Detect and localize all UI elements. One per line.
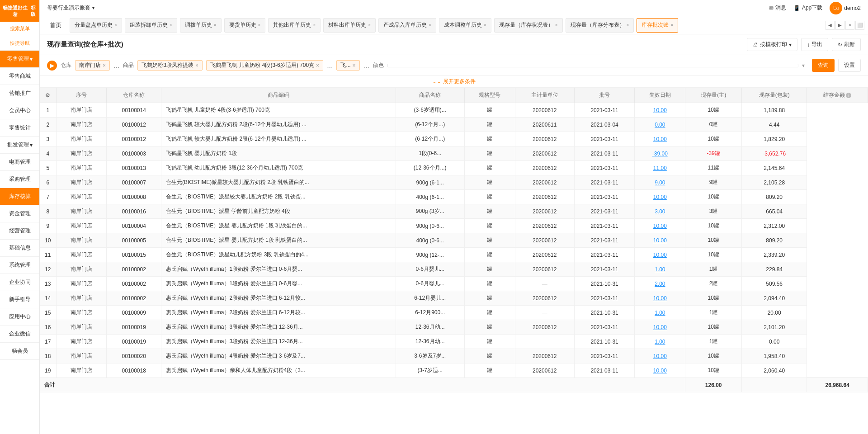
tab-scroll-right[interactable]: ▶: [835, 21, 844, 30]
cell-stock-main[interactable]: 1.00: [635, 262, 685, 277]
tab-close-icon[interactable]: ×: [627, 23, 629, 28]
tab-close-icon[interactable]: ×: [258, 23, 261, 28]
product-extra-dots[interactable]: ...: [363, 61, 369, 70]
cell-stock-main[interactable]: 3.00: [635, 204, 685, 219]
sidebar-item-purchase[interactable]: 采购管理: [0, 171, 39, 188]
cell-stock-main[interactable]: 9.00: [635, 175, 685, 190]
product-filter-tag-2[interactable]: 飞鹤星飞帆 儿童奶粉 4段(3-6岁适用) 700克 ×: [206, 60, 323, 71]
sidebar-item-ecommerce[interactable]: 电商管理: [0, 154, 39, 171]
cell-stock-main[interactable]: 10.00: [635, 219, 685, 233]
sidebar-item-marketing[interactable]: 营销推广: [0, 85, 39, 102]
sidebar-quick-nav[interactable]: 快捷导航: [0, 36, 39, 51]
cell-stock-main[interactable]: 10.00: [635, 320, 685, 335]
cell-stock-main[interactable]: 0.00: [635, 118, 685, 132]
dropdown-arrow-icon[interactable]: ▾: [802, 62, 805, 69]
cell-stock-main[interactable]: -39.00: [635, 146, 685, 161]
sidebar-item-guide[interactable]: 新手引导: [0, 291, 39, 308]
sidebar-item-retail-mgmt[interactable]: 零售管理▾: [0, 51, 39, 68]
cell-product-code: 00100015: [107, 248, 161, 262]
user-menu[interactable]: Ea demo2: [830, 2, 861, 14]
cell-stock-main[interactable]: 10.00: [635, 248, 685, 262]
sidebar-item-retail-stats[interactable]: 零售统计: [0, 119, 39, 137]
tab-inventory-status[interactable]: 现存量（库存状况表） ×: [494, 18, 563, 33]
sidebar-item-member-points[interactable]: 畅会员: [0, 343, 39, 360]
tab-close-all[interactable]: ×: [845, 21, 854, 30]
tag-close-icon[interactable]: ×: [316, 62, 319, 69]
tab-close-icon[interactable]: ×: [670, 23, 673, 28]
tab-close-icon[interactable]: ×: [555, 23, 558, 28]
warehouse-more-dots[interactable]: ...: [113, 61, 119, 70]
tab-other-out[interactable]: 其他出库单历史 ×: [268, 18, 321, 33]
sidebar-item-basics[interactable]: 基础信息: [0, 240, 39, 257]
cell-stock-main[interactable]: 11.00: [635, 161, 685, 175]
cell-stock-main[interactable]: 10.00: [635, 103, 685, 118]
export-button[interactable]: ↓ 导出: [801, 38, 828, 51]
tab-batch-bill[interactable]: 库存批次账 ×: [637, 18, 678, 33]
sidebar-item-finance[interactable]: 资金管理: [0, 205, 39, 222]
tag-close-icon[interactable]: ×: [103, 62, 106, 69]
tab-close-icon[interactable]: ×: [484, 23, 486, 28]
sidebar-item-member[interactable]: 会员中心: [0, 102, 39, 119]
tab-close-icon[interactable]: ×: [114, 23, 117, 28]
sidebar-item-app-center[interactable]: 应用中心: [0, 308, 39, 326]
tab-material-out[interactable]: 材料出库单历史 ×: [323, 18, 376, 33]
query-button[interactable]: 查询: [812, 59, 835, 72]
sidebar-item-wholesale[interactable]: 批发管理▾: [0, 137, 39, 154]
sidebar-item-enterprise-wechat[interactable]: 企业微信: [0, 326, 39, 343]
balance-info-icon[interactable]: i: [846, 93, 851, 98]
tab-split-inventory[interactable]: 分量盘点单历史 ×: [70, 18, 122, 33]
cell-stock-pkg: 3罐: [685, 204, 742, 219]
color-filter-input[interactable]: [387, 64, 798, 67]
tab-cost-adjust[interactable]: 成本调整单历史 ×: [439, 18, 491, 33]
tab-close-icon[interactable]: ×: [170, 23, 172, 28]
print-button[interactable]: 🖨 按模板打印 ▾: [747, 38, 797, 51]
product-filter-tag-1[interactable]: 飞鹤奶粉3段凤雅提装 ×: [137, 60, 203, 71]
tab-scroll-left[interactable]: ◀: [826, 21, 835, 30]
cell-stock-main[interactable]: 1.00: [635, 306, 685, 320]
cell-stock-main[interactable]: 10.00: [635, 291, 685, 306]
tab-close-icon[interactable]: ×: [368, 23, 371, 28]
cell-stock-main[interactable]: 10.00: [635, 132, 685, 146]
tag-close-icon[interactable]: ×: [352, 62, 355, 69]
tab-purchase-order[interactable]: 要货单历史 ×: [224, 18, 266, 33]
tab-disassemble[interactable]: 组装拆卸单历史 ×: [125, 18, 177, 33]
tab-close-icon[interactable]: ×: [429, 23, 431, 28]
tab-home[interactable]: 首页: [44, 16, 67, 34]
cell-stock-main[interactable]: 10.00: [635, 349, 685, 363]
sidebar-item-inventory[interactable]: 库存核算: [0, 188, 39, 205]
sidebar-item-system[interactable]: 系统管理: [0, 257, 39, 274]
cell-stock-main[interactable]: 1.00: [635, 335, 685, 349]
data-table-container: ⚙ 序号 仓库名称 商品编码 商品名称 规格型号 主计量单位 批号 失效日期 现…: [40, 88, 868, 434]
product-filter-more[interactable]: 飞... ×: [336, 60, 359, 71]
tab-mix-order[interactable]: 调拨单历史 ×: [180, 18, 222, 33]
cell-stock-main[interactable]: 10.00: [635, 363, 685, 378]
account-selector[interactable]: 母婴行业演示账套 ▾: [47, 4, 94, 12]
cell-stock-main[interactable]: 10.00: [635, 190, 685, 204]
cell-product-code: 00100016: [107, 204, 161, 219]
settings-button[interactable]: 设置: [838, 59, 861, 72]
app-download-button[interactable]: 📱 App下载: [793, 4, 822, 12]
expand-more-button[interactable]: ⌄⌄ 展开更多条件: [432, 78, 475, 85]
message-button[interactable]: ✉ 消息: [769, 4, 786, 12]
filter-expand-btn[interactable]: ▶: [47, 61, 57, 71]
sidebar-item-retail-shop[interactable]: 零售商城: [0, 68, 39, 85]
tab-close-icon[interactable]: ×: [214, 23, 217, 28]
cell-expire: 2021-03-11: [574, 320, 635, 335]
cell-stock-main[interactable]: 10.00: [635, 233, 685, 248]
product-more-dots[interactable]: ...: [327, 61, 333, 70]
cell-spec: 900g (12-...: [396, 248, 464, 262]
tab-close-icon[interactable]: ×: [313, 23, 316, 28]
tab-inventory-dist[interactable]: 现存量（库存分布表） ×: [566, 18, 634, 33]
cell-stock-main[interactable]: 2.00: [635, 277, 685, 291]
tag-close-icon[interactable]: ×: [195, 62, 198, 69]
settings-icon[interactable]: ⚙: [45, 92, 50, 99]
tab-expand[interactable]: ⬜: [855, 21, 864, 30]
sidebar-item-enterprise[interactable]: 企业协同: [0, 274, 39, 291]
tab-product-in[interactable]: 产成品入库单历史 ×: [378, 18, 436, 33]
warehouse-filter-tag[interactable]: 南岸门店 ×: [75, 60, 110, 71]
sidebar-search[interactable]: 搜索菜单: [0, 22, 39, 36]
col-settings[interactable]: ⚙: [40, 88, 56, 103]
refresh-button[interactable]: ↻ 刷新: [832, 38, 861, 51]
sidebar-item-operations[interactable]: 经营管理: [0, 222, 39, 240]
col-stock-pkg: 现存量(包装): [742, 88, 807, 103]
